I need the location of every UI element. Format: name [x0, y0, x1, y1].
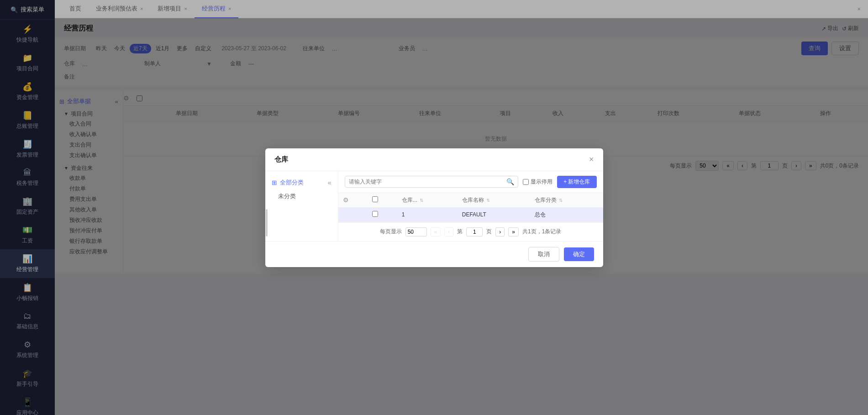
confirm-button[interactable]: 确定 [564, 247, 594, 261]
modal-warehouse-table: ⚙ 仓库... ⇅ 仓库名称 ⇅ [338, 193, 603, 222]
modal-col-category[interactable]: 仓库分类 ⇅ [530, 193, 603, 208]
modal-col-name[interactable]: 仓库名称 ⇅ [458, 193, 530, 208]
warehouse-modal: 仓库 × ⊞ 全部分类 « 未分类 [265, 148, 603, 267]
grid-icon: ⊞ [272, 179, 277, 186]
modal-first-btn[interactable]: « [431, 227, 441, 236]
modal-footer: 取消 确定 [265, 241, 603, 267]
modal-pagination: 每页显示 50 100 « ‹ 第 页 › » 共1页，1条记录 [338, 222, 603, 241]
row-code: DEFAULT [458, 207, 530, 222]
modal-left-scroll: 未分类 [265, 189, 338, 209]
modal-col-code[interactable]: 仓库... ⇅ [397, 193, 458, 208]
modal-search-icon: 🔍 [506, 178, 514, 185]
modal-left-header[interactable]: ⊞ 全部分类 « [265, 176, 338, 189]
show-disabled-checkbox-label[interactable]: 显示停用 [523, 178, 552, 186]
row-name: 总仓 [530, 207, 603, 222]
collapse-btn[interactable]: « [328, 179, 331, 186]
all-category-label: 全部分类 [280, 179, 304, 187]
modal-title: 仓库 [274, 155, 288, 164]
sort-icon-code: ⇅ [420, 198, 423, 203]
modal-page-label: 第 [457, 228, 463, 236]
modal-per-page-select[interactable]: 50 100 [405, 227, 427, 236]
modal-select-all[interactable] [372, 196, 378, 202]
modal-per-page-label: 每页显示 [380, 228, 402, 236]
modal-overlay: 仓库 × ⊞ 全部分类 « 未分类 [0, 0, 868, 415]
modal-col-checkbox[interactable] [368, 193, 397, 208]
modal-right-panel: 🔍 显示停用 + 新增仓库 ⚙ [338, 171, 603, 241]
sort-icon-category: ⇅ [559, 198, 563, 203]
cancel-button[interactable]: 取消 [528, 247, 559, 262]
modal-last-btn[interactable]: » [508, 227, 519, 236]
modal-page-input[interactable] [466, 227, 483, 236]
modal-page-suffix: 页 [486, 228, 492, 236]
row-index: 1 [397, 207, 458, 222]
modal-table-row[interactable]: 1 DEFAULT 总仓 [338, 207, 603, 222]
modal-table-container: ⚙ 仓库... ⇅ 仓库名称 ⇅ [338, 193, 603, 222]
modal-next-btn[interactable]: › [495, 227, 505, 236]
modal-header: 仓库 × [265, 148, 603, 171]
modal-search-box[interactable]: 🔍 [345, 176, 519, 188]
modal-scrollbar[interactable] [265, 209, 268, 236]
row-checkbox-cell[interactable] [368, 207, 397, 222]
modal-col-settings[interactable]: ⚙ [338, 193, 368, 208]
modal-prev-btn[interactable]: ‹ [444, 227, 453, 236]
scroll-thumb [266, 209, 268, 236]
sort-icon-name: ⇅ [486, 198, 490, 203]
row-settings-cell [338, 207, 368, 222]
row-checkbox[interactable] [372, 211, 378, 217]
modal-body: ⊞ 全部分类 « 未分类 [265, 171, 603, 241]
modal-total-label: 共1页，1条记录 [522, 228, 561, 236]
modal-search-input[interactable] [349, 179, 504, 185]
show-disabled-checkbox[interactable] [523, 179, 529, 185]
modal-left-panel: ⊞ 全部分类 « 未分类 [265, 171, 338, 241]
modal-close-btn[interactable]: × [589, 155, 594, 164]
add-warehouse-btn[interactable]: + 新增仓库 [557, 176, 596, 188]
modal-toolbar: 🔍 显示停用 + 新增仓库 [338, 171, 603, 193]
modal-left-item-unclassified[interactable]: 未分类 [265, 189, 338, 203]
